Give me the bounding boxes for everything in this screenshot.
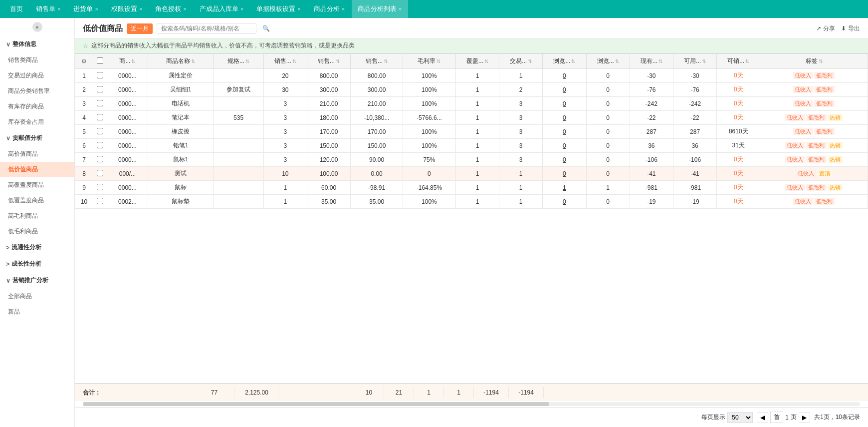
col-name[interactable]: 商品名称⇅ [148, 54, 214, 69]
col-tags[interactable]: 标签⇅ [760, 54, 868, 69]
cell-checkbox[interactable] [93, 97, 107, 111]
cell-checkbox[interactable] [93, 153, 107, 167]
sort-coverage-icon[interactable]: ⇅ [484, 58, 488, 64]
views1-link[interactable]: 0 [563, 142, 566, 149]
sort-stock-icon[interactable]: ⇅ [658, 58, 662, 64]
cell-checkbox[interactable] [93, 83, 107, 97]
sort-sellable-icon[interactable]: ⇅ [745, 58, 749, 64]
row-checkbox[interactable] [97, 170, 103, 176]
sidebar-item-high-margin[interactable]: 高毛利商品 [0, 208, 74, 224]
sidebar-item-low-margin[interactable]: 低毛利商品 [0, 224, 74, 239]
sidebar-item-traded-goods[interactable]: 交易过的商品 [0, 68, 74, 83]
views1-link[interactable]: 0 [563, 114, 566, 121]
sidebar-group-contribution[interactable]: ∨ 贡献值分析 [0, 130, 74, 146]
nav-analysis[interactable]: 商品分析 × [308, 0, 351, 18]
next-page-btn[interactable]: ▶ [799, 413, 810, 423]
sidebar-item-new-goods[interactable]: 新品 [0, 304, 74, 320]
col-checkbox[interactable] [93, 54, 107, 69]
views1-link[interactable]: 1 [563, 184, 566, 191]
sidebar-item-low-value[interactable]: 低价值商品 [0, 162, 74, 177]
sort-margin-icon[interactable]: ⇅ [436, 58, 440, 64]
nav-close-template[interactable]: × [297, 6, 300, 12]
sidebar-group-overall[interactable]: ∨ 整体信息 [0, 36, 74, 52]
nav-home[interactable]: 首页 [4, 0, 29, 18]
scrollbar-thumb[interactable] [83, 402, 549, 406]
nav-template[interactable]: 单据模板设置 × [250, 0, 306, 18]
col-current-stock[interactable]: 现有...⇅ [630, 54, 673, 69]
sidebar-group-growth[interactable]: > 成长性分析 [0, 256, 74, 272]
col-sales-amount[interactable]: 销售...⇅ [307, 54, 350, 69]
sidebar-group-liquidity[interactable]: > 流通性分析 [0, 239, 74, 256]
sort-name-icon[interactable]: ⇅ [191, 58, 195, 64]
col-sales-qty[interactable]: 销售...⇅ [263, 54, 307, 69]
first-label-btn[interactable]: 首 [770, 412, 783, 423]
filter-button[interactable]: 近一月 [127, 23, 153, 34]
select-all-checkbox[interactable] [97, 57, 103, 64]
sort-available-icon[interactable]: ⇅ [702, 58, 706, 64]
row-checkbox[interactable] [97, 184, 103, 190]
nav-close-sales[interactable]: × [57, 6, 60, 12]
sidebar-item-category-rate[interactable]: 商品分类销售率 [0, 83, 74, 99]
row-checkbox[interactable] [97, 100, 103, 106]
row-checkbox[interactable] [97, 72, 103, 78]
sort-qty-icon[interactable]: ⇅ [292, 58, 296, 64]
sidebar-group-marketing[interactable]: ∨ 营销推广分析 [0, 272, 74, 289]
sidebar-item-high-value[interactable]: 高价值商品 [0, 146, 74, 162]
nav-warehouse[interactable]: 产成品入库单 × [194, 0, 249, 18]
sort-profit-icon[interactable]: ⇅ [384, 58, 388, 64]
nav-close-roles[interactable]: × [183, 6, 186, 12]
nav-close-purchase[interactable]: × [95, 6, 98, 12]
first-page-btn[interactable]: ◀ [757, 413, 768, 423]
sort-tags-icon[interactable]: ⇅ [819, 58, 823, 64]
row-checkbox[interactable] [97, 156, 103, 162]
sort-code-icon[interactable]: ⇅ [131, 58, 135, 64]
nav-permissions[interactable]: 权限设置 × [105, 0, 148, 18]
sidebar-item-high-coverage[interactable]: 高覆盖度商品 [0, 177, 74, 193]
nav-close-analysis-list[interactable]: × [399, 6, 402, 12]
nav-close-analysis[interactable]: × [342, 6, 345, 12]
views1-link[interactable]: 0 [563, 170, 566, 177]
sort-spec-icon[interactable]: ⇅ [245, 58, 249, 64]
nav-analysis-list[interactable]: 商品分析列表 × [352, 0, 408, 18]
share-button[interactable]: ↗ 分享 [816, 24, 835, 33]
nav-close-permissions[interactable]: × [139, 6, 142, 12]
cell-checkbox[interactable] [93, 167, 107, 181]
row-checkbox[interactable] [97, 114, 103, 120]
sidebar-item-stock-goods[interactable]: 有库存的商品 [0, 99, 74, 114]
per-page-select[interactable]: 50 20 100 [727, 412, 753, 423]
col-available-stock[interactable]: 可用...⇅ [673, 54, 716, 69]
views1-link[interactable]: 0 [563, 72, 566, 79]
export-button[interactable]: ⬇ 导出 [841, 24, 860, 33]
sort-views2-icon[interactable]: ⇅ [615, 58, 619, 64]
views1-link[interactable]: 0 [563, 128, 566, 135]
sort-views1-icon[interactable]: ⇅ [571, 58, 575, 64]
cell-checkbox[interactable] [93, 181, 107, 195]
views1-link[interactable]: 0 [563, 156, 566, 163]
cell-checkbox[interactable] [93, 69, 107, 83]
views1-link[interactable]: 0 [563, 100, 566, 107]
row-checkbox[interactable] [97, 142, 103, 148]
views1-link[interactable]: 0 [563, 86, 566, 93]
cell-checkbox[interactable] [93, 111, 107, 125]
horizontal-scrollbar[interactable] [83, 402, 860, 406]
row-checkbox[interactable] [97, 128, 103, 134]
cell-checkbox[interactable] [93, 139, 107, 153]
col-spec[interactable]: 规格...⇅ [214, 54, 263, 69]
sort-amount-icon[interactable]: ⇅ [336, 58, 340, 64]
nav-close-warehouse[interactable]: × [240, 6, 243, 12]
col-margin[interactable]: 毛利率⇅ [403, 54, 455, 69]
sort-trades-icon[interactable]: ⇅ [528, 58, 532, 64]
sidebar-collapse-btn[interactable]: « [32, 22, 42, 32]
col-trades[interactable]: 交易...⇅ [499, 54, 543, 69]
row-checkbox[interactable] [97, 198, 103, 204]
col-sales-profit[interactable]: 销售...⇅ [351, 54, 403, 69]
col-views2[interactable]: 浏览...⇅ [586, 54, 630, 69]
search-icon[interactable]: 🔍 [262, 25, 270, 32]
sidebar-item-stock-funds[interactable]: 库存资金占用 [0, 114, 74, 130]
sidebar-item-all-goods[interactable]: 全部商品 [0, 289, 74, 304]
nav-sales[interactable]: 销售单 × [30, 0, 66, 18]
col-settings[interactable]: ⚙ [75, 54, 93, 69]
row-checkbox[interactable] [97, 86, 103, 92]
search-input[interactable] [157, 23, 256, 34]
col-views1[interactable]: 浏览...⇅ [543, 54, 586, 69]
